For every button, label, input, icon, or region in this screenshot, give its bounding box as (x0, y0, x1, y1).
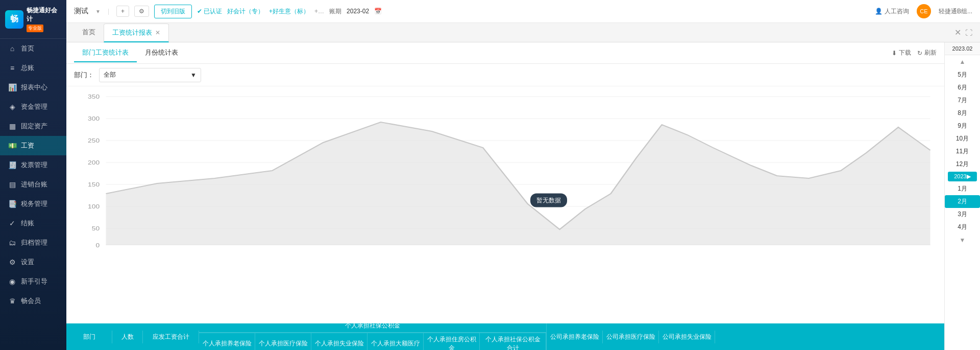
calendar-icon[interactable]: 📅 (374, 8, 382, 15)
logo-icon: 畅 (5, 10, 23, 29)
tab-salary-report[interactable]: 工资统计报表 ✕ (104, 24, 169, 42)
svg-text:100: 100 (88, 203, 100, 209)
sidebar-item-funds[interactable]: ◈ 资金管理 (0, 97, 66, 116)
sub-tab-monthly[interactable]: 月份统计表 (137, 44, 186, 62)
company-name: 测试 (74, 7, 88, 16)
switch-version-button[interactable]: 切到旧版 (154, 5, 192, 18)
download-label: 下载 (899, 49, 911, 57)
company-dropdown-arrow[interactable]: ▼ (95, 9, 101, 14)
refresh-label: 刷新 (924, 49, 937, 57)
svg-text:300: 300 (88, 115, 100, 122)
th-personal-unemployment: 个人承担失业保险 (311, 333, 368, 351)
settings-icon: ⚙ (8, 258, 17, 266)
svg-text:200: 200 (88, 159, 100, 166)
sidebar-item-ledger[interactable]: ≡ 总账 (0, 58, 66, 78)
table-header: 部门 人数 应发工资合计 个人承担社保公积金 个人承担养老保险 个人承担医疗保险… (66, 323, 944, 350)
sidebar-label-home: 首页 (21, 44, 34, 53)
date-month-1[interactable]: 1月 (945, 182, 980, 195)
date-month-2-active[interactable]: 2月 (945, 195, 980, 208)
date-nav-down-icon[interactable]: ▼ (958, 236, 968, 245)
badge-haohuaji: 好会计（专） (227, 7, 264, 16)
date-month-6[interactable]: 6月 (945, 81, 980, 94)
th-personal-pension: 个人承担养老保险 (199, 333, 255, 351)
tab-salary-report-label: 工资统计报表 (112, 28, 152, 37)
top-bar: 测试 ▼ | + ⚙ 切到旧版 ✔ 已认证 好会计（专） +好生意（标） +… … (66, 0, 980, 23)
sidebar-item-member[interactable]: ♛ 畅会员 (0, 291, 66, 311)
guide-icon: ◉ (8, 277, 17, 286)
sidebar-item-guide[interactable]: ◉ 新手引导 (0, 272, 66, 291)
sidebar-label-ledger: 总账 (21, 63, 34, 73)
th-dept: 部门 (66, 331, 112, 343)
sidebar-item-sales[interactable]: ▤ 进销台账 (0, 175, 66, 194)
th-count: 人数 (112, 331, 143, 343)
th-company-medical: 公司承担医疗保险 (603, 331, 659, 343)
sidebar-label-invoice: 发票管理 (21, 160, 47, 170)
tab-close-icon[interactable]: ✕ (155, 29, 160, 36)
archive-icon: 🗂 (8, 239, 17, 247)
sidebar-label-salary: 工资 (21, 141, 34, 150)
sidebar-item-assets[interactable]: ▦ 固定资产 (0, 116, 66, 136)
date-month-3[interactable]: 3月 (945, 208, 980, 221)
sidebar: 畅 畅捷通好会计 专业版 ⌂ 首页 ≡ 总账 📊 报表中心 ◈ 资金管理 ▦ 固… (0, 0, 66, 350)
sidebar-label-reports: 报表中心 (21, 83, 47, 92)
th-group-personal: 个人承担社保公积金 个人承担养老保险 个人承担医疗保险 个人承担失业保险 个人承… (199, 319, 547, 351)
chart-wrapper: 350 300 250 200 150 100 50 0 (74, 91, 937, 318)
consultant-icon: 👤 (875, 8, 883, 15)
filter-value: 全部 (104, 71, 116, 79)
logo-text: 畅捷通好会计 专业版 (27, 6, 61, 32)
settings-top-button[interactable]: ⚙ (134, 6, 149, 17)
sep1: | (108, 8, 109, 15)
date-month-11[interactable]: 11月 (945, 145, 980, 158)
assets-icon: ▦ (8, 122, 17, 130)
sub-tabs: 部门工资统计表 月份统计表 ⬇ 下载 ↻ 刷新 (66, 42, 944, 64)
salary-icon: 💵 (8, 142, 17, 150)
date-month-5[interactable]: 5月 (945, 68, 980, 81)
sidebar-item-invoice[interactable]: 🧾 发票管理 (0, 155, 66, 175)
sidebar-item-home[interactable]: ⌂ 首页 (0, 39, 66, 58)
add-button[interactable]: + (116, 6, 129, 17)
sub-tab-dept-label: 部门工资统计表 (82, 49, 129, 56)
content-area: 部门工资统计表 月份统计表 ⬇ 下载 ↻ 刷新 (66, 42, 980, 350)
filter-dropdown-icon: ▼ (190, 72, 197, 79)
chart-svg: 350 300 250 200 150 100 50 0 (74, 91, 937, 255)
sales-icon: ▤ (8, 180, 17, 189)
date-month-7[interactable]: 7月 (945, 94, 980, 107)
filter-row: 部门： 全部 ▼ (66, 64, 944, 86)
date-month-9[interactable]: 9月 (945, 120, 980, 132)
date-month-4[interactable]: 4月 (945, 221, 980, 234)
invoice-icon: 🧾 (8, 161, 17, 169)
consultant-label: 人工咨询 (885, 7, 909, 16)
sidebar-item-tax[interactable]: 📑 税务管理 (0, 194, 66, 214)
tab-home[interactable]: 首页 (74, 24, 104, 42)
date-month-12[interactable]: 12月 (945, 158, 980, 171)
refresh-button[interactable]: ↻ 刷新 (917, 49, 937, 57)
tab-close-window-icon[interactable]: ✕ (954, 28, 961, 37)
consultant-button[interactable]: 👤 人工咨询 (875, 7, 909, 16)
sidebar-item-settle[interactable]: ✓ 结账 (0, 214, 66, 233)
sidebar-item-archive[interactable]: 🗂 归档管理 (0, 233, 66, 252)
svg-text:350: 350 (88, 94, 100, 100)
sidebar-label-settle: 结账 (21, 219, 34, 228)
sub-tab-dept[interactable]: 部门工资统计表 (74, 44, 137, 62)
badge-more: +… (314, 8, 324, 15)
download-button[interactable]: ⬇ 下载 (892, 49, 911, 57)
top-bar-right: 👤 人工咨询 CE 轻捷通B组... (875, 4, 972, 18)
sidebar-item-reports[interactable]: 📊 报表中心 (0, 78, 66, 97)
sidebar-item-salary[interactable]: 💵 工资 (0, 136, 66, 155)
date-nav-up-icon[interactable]: ▲ (958, 57, 968, 66)
sidebar-label-archive: 归档管理 (21, 238, 47, 247)
sidebar-label-settings: 设置 (21, 258, 34, 267)
filter-label: 部门： (74, 71, 94, 80)
date-month-10[interactable]: 10月 (945, 132, 980, 145)
user-name[interactable]: 轻捷通B组... (939, 7, 972, 16)
year-2023-badge[interactable]: 2023▶ (948, 172, 977, 181)
status-check-icon: ✔ (197, 8, 202, 15)
dept-filter-select[interactable]: 全部 ▼ (99, 68, 201, 82)
chart-container: 350 300 250 200 150 100 50 0 (66, 86, 944, 323)
th-personal-housing: 个人承担住房公积金 (424, 333, 480, 351)
main-area: 测试 ▼ | + ⚙ 切到旧版 ✔ 已认证 好会计（专） +好生意（标） +… … (66, 0, 980, 350)
th-company-pension: 公司承担养老保险 (547, 331, 603, 343)
sidebar-item-settings[interactable]: ⚙ 设置 (0, 252, 66, 272)
tab-maximize-icon[interactable]: ⛶ (965, 29, 972, 37)
date-month-8[interactable]: 8月 (945, 107, 980, 120)
